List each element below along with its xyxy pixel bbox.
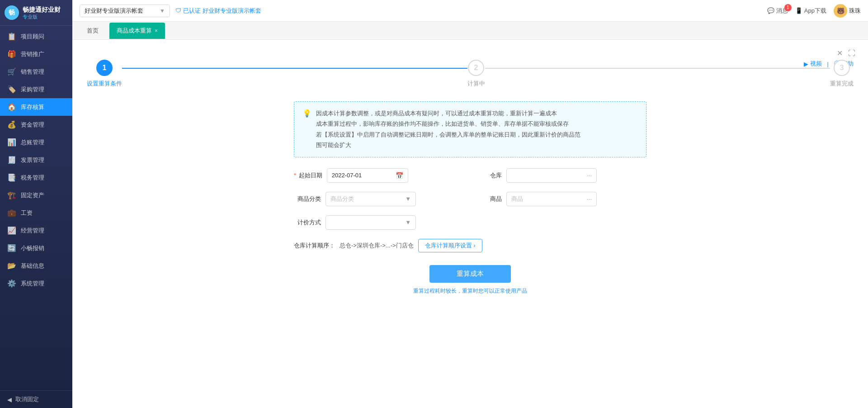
tab-label-recalc: 商品成本重算 <box>117 27 152 35</box>
start-date-value: 2022-07-01 <box>332 172 392 179</box>
start-date-field: * 起始日期 2022-07-01 📅 <box>294 168 466 183</box>
sidebar-item-sales[interactable]: 🛒 销售管理 <box>0 63 72 81</box>
video-link[interactable]: ▶ 视频 <box>804 60 822 68</box>
verified-badge: 🛡 已认证 好业财专业版演示帐套 <box>175 7 261 15</box>
account-name: 好业财专业版演示帐套 <box>85 7 143 15</box>
sidebar-item-label-inventory: 库存核算 <box>21 103 44 111</box>
app-logo-icon: 畅 <box>5 5 19 20</box>
step-1-label: 设置重算条件 <box>87 80 122 88</box>
edition-label: 专业版 <box>23 14 61 20</box>
sidebar-unpin[interactable]: ◀ 取消固定 <box>0 390 72 408</box>
basic-icon: 📂 <box>7 261 16 270</box>
sidebar-logo: 畅 畅捷通好业财 专业版 <box>0 0 72 26</box>
warehouse-label: 仓库 <box>475 171 502 180</box>
info-line4: 围可能会扩大 <box>316 140 580 150</box>
category-arrow-icon: ▼ <box>405 195 411 202</box>
tab-home[interactable]: 首页 <box>80 23 106 39</box>
category-placeholder: 商品分类 <box>330 195 405 203</box>
info-text: 因成本计算参数调整，或是对商品成本有疑问时，可以通过成本重算功能，重新计算一遍成… <box>316 108 580 151</box>
step-3-circle: 3 <box>834 60 850 76</box>
sidebar-item-basic[interactable]: 📂 基础信息 <box>0 257 72 275</box>
start-date-input[interactable]: 2022-07-01 📅 <box>327 168 408 183</box>
form-row-2: 商品分类 商品分类 ▼ 商品 商品 ··· <box>294 192 646 206</box>
sidebar-item-label-sales: 销售管理 <box>21 68 44 76</box>
sidebar-item-label-system: 系统管理 <box>21 280 44 288</box>
sidebar-item-label-operations: 经营管理 <box>21 227 44 235</box>
message-action[interactable]: 💬 消息 1 <box>767 7 788 15</box>
warehouse-order-label: 仓库计算顺序： <box>294 242 335 250</box>
info-icon: 💡 <box>302 109 311 151</box>
warehouse-order-value: 总仓->深圳仓库->...->门店仓 <box>340 242 414 250</box>
sidebar-item-marketing[interactable]: 🎁 营销推广 <box>0 45 72 63</box>
sidebar-item-project[interactable]: 📋 项目顾问 <box>0 28 72 45</box>
topbar: 好业财专业版演示帐套 ▼ 🛡 已认证 好业财专业版演示帐套 💬 消息 1 📱 A… <box>72 0 868 22</box>
sidebar-item-purchase[interactable]: 🏷️ 采购管理 <box>0 81 72 98</box>
invoice-icon: 🧾 <box>7 156 16 164</box>
tax-icon: 📑 <box>7 173 16 182</box>
category-select[interactable]: 商品分类 ▼ <box>326 192 416 206</box>
goods-ellipsis-icon: ··· <box>587 195 592 202</box>
sidebar-item-inventory[interactable]: 🏠 库存核算 <box>0 98 72 116</box>
form-row-3: 计价方式 ▼ <box>294 215 646 230</box>
start-date-label: * 起始日期 <box>294 171 322 180</box>
operations-icon: 📈 <box>7 226 16 235</box>
sidebar-item-ledger[interactable]: 📊 总账管理 <box>0 133 72 151</box>
unpin-icon: ◀ <box>7 396 12 403</box>
step-3: 3 重算完成 <box>830 60 854 88</box>
ellipsis-icon: ··· <box>587 172 592 179</box>
sidebar-item-expense[interactable]: 🔄 小畅报销 <box>0 239 72 257</box>
phone-icon: 📱 <box>795 7 802 14</box>
step-1: 1 设置重算条件 <box>87 60 122 88</box>
message-badge: 1 <box>784 4 792 11</box>
user-avatar-action[interactable]: 🐻 珠珠 <box>834 4 861 18</box>
warehouse-input[interactable]: ··· <box>506 168 597 183</box>
app-download-action[interactable]: 📱 App下载 <box>795 7 826 15</box>
recalc-button[interactable]: 重算成本 <box>429 265 511 283</box>
price-method-label: 计价方式 <box>294 218 321 227</box>
warehouse-order-btn-label: 仓库计算顺序设置 › <box>425 242 476 250</box>
inventory-icon: 🏠 <box>7 103 16 111</box>
sidebar-item-label-finance: 资金管理 <box>21 121 44 129</box>
sidebar-item-operations[interactable]: 📈 经营管理 <box>0 222 72 239</box>
step-3-label: 重算完成 <box>830 80 854 88</box>
sidebar-nav: 📋 项目顾问 🎁 营销推广 🛒 销售管理 🏷️ 采购管理 🏠 库存核算 💰 资金… <box>0 26 72 390</box>
step-line-2 <box>485 68 830 69</box>
price-method-arrow-icon: ▼ <box>405 219 411 226</box>
ledger-icon: 📊 <box>7 138 16 147</box>
step-2-circle: 2 <box>468 60 484 76</box>
price-method-select[interactable]: ▼ <box>326 215 416 230</box>
sidebar-item-finance[interactable]: 💰 资金管理 <box>0 116 72 133</box>
goods-label: 商品 <box>475 195 502 203</box>
app-logo-text: 畅捷通好业财 专业版 <box>23 5 61 20</box>
step-2-label: 计算中 <box>467 80 485 88</box>
form-container: * 起始日期 2022-07-01 📅 仓库 ··· <box>294 168 646 295</box>
sidebar-item-label-project: 项目顾问 <box>21 33 44 41</box>
system-icon: ⚙️ <box>7 279 16 288</box>
sales-icon: 🛒 <box>7 67 16 76</box>
content-area: ✕ ⛶ 1 设置重算条件 2 计算中 3 重算完成 ▶ 视频 | ⓪ 帮助 <box>72 40 868 408</box>
unpin-label: 取消固定 <box>15 395 39 403</box>
salary-icon: 💼 <box>7 209 16 217</box>
sidebar-item-label-expense: 小畅报销 <box>21 244 44 252</box>
category-label: 商品分类 <box>294 195 321 203</box>
assets-icon: 🏗️ <box>7 191 16 199</box>
goods-input[interactable]: 商品 ··· <box>506 192 597 206</box>
sidebar-item-invoice[interactable]: 🧾 发票管理 <box>0 151 72 169</box>
warehouse-order-btn[interactable]: 仓库计算顺序设置 › <box>418 239 482 252</box>
info-line1: 因成本计算参数调整，或是对商品成本有疑问时，可以通过成本重算功能，重新计算一遍成… <box>316 108 580 119</box>
tab-close-recalc[interactable]: × <box>155 28 158 34</box>
sidebar-item-system[interactable]: ⚙️ 系统管理 <box>0 275 72 292</box>
recalc-section: 重算成本 重算过程耗时较长，重算时您可以正常使用产品 <box>294 265 646 295</box>
sidebar-item-tax[interactable]: 📑 税务管理 <box>0 169 72 186</box>
project-icon: 📋 <box>7 32 16 41</box>
sidebar-item-assets[interactable]: 🏗️ 固定资产 <box>0 186 72 204</box>
sidebar-item-label-salary: 工资 <box>21 209 33 217</box>
tab-recalc[interactable]: 商品成本重算× <box>109 23 165 39</box>
username: 珠珠 <box>849 7 861 15</box>
step-2: 2 计算中 <box>467 60 485 88</box>
info-line2: 成本重算过程中，影响库存账的操作均不能操作，比如进货单、销货单、库存单据不能审核… <box>316 119 580 129</box>
account-selector[interactable]: 好业财专业版演示帐套 ▼ <box>80 5 170 17</box>
sidebar-item-salary[interactable]: 💼 工资 <box>0 204 72 222</box>
info-line3: 若【系统设置】中启用了自动调整记账日期时，会调整入库单的整单记账日期，因此重新计… <box>316 129 580 140</box>
required-marker: * <box>294 172 296 179</box>
